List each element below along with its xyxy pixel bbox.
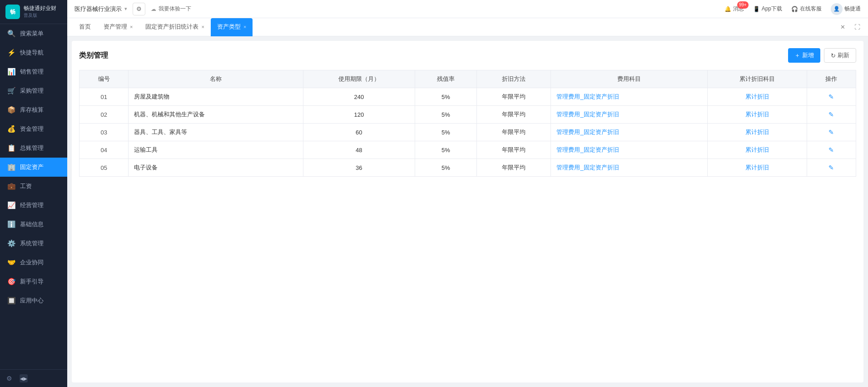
menu-icon: 📈	[7, 201, 15, 209]
sidebar-item-label: 资金管理	[20, 125, 44, 133]
sidebar-item-label: 新手引导	[20, 278, 44, 286]
cell-action: ✎	[807, 141, 856, 159]
subject-link[interactable]: 管理费用_固定资产折旧	[556, 146, 619, 153]
edit-icon[interactable]: ✎	[828, 164, 834, 171]
menu-icon: 📋	[7, 144, 15, 152]
tab-depreciation-table[interactable]: 固定资产折旧统计表 ×	[139, 18, 210, 36]
table-row: 05 电子设备 36 5% 年限平均 管理费用_固定资产折旧 累计折旧 ✎	[79, 159, 856, 177]
refresh-button[interactable]: ↻ 刷新	[824, 48, 856, 63]
mobile-icon: 📱	[753, 6, 760, 12]
sidebar-menu: 🔍搜索菜单⚡快捷导航📊销售管理🛒采购管理📦库存核算💰资金管理📋总账管理🏢固定资产…	[0, 24, 67, 369]
sidebar-item-label: 经营管理	[20, 201, 44, 209]
cell-method: 年限平均	[476, 141, 551, 159]
cell-accum[interactable]: 累计折旧	[707, 124, 807, 141]
subject-link[interactable]: 管理费用_固定资产折旧	[556, 164, 619, 171]
sidebar-item-label: 应用中心	[20, 297, 44, 305]
cell-accum[interactable]: 累计折旧	[707, 88, 807, 106]
user-profile-button[interactable]: 👤 畅捷通	[831, 3, 861, 15]
cell-action: ✎	[807, 106, 856, 124]
menu-icon: 🏢	[7, 163, 15, 171]
tab-asset-type[interactable]: 资产类型 ×	[211, 18, 253, 36]
menu-icon: ⚙️	[7, 239, 15, 248]
cloud-icon: ☁	[151, 6, 156, 12]
trial-button[interactable]: ☁ 我要体验一下	[151, 5, 191, 13]
tab-close-asset-type[interactable]: ×	[243, 24, 246, 30]
menu-icon: 📦	[7, 106, 15, 114]
sidebar-item-固定资产[interactable]: 🏢固定资产	[0, 158, 67, 177]
sidebar-item-快捷导航[interactable]: ⚡快捷导航	[0, 43, 67, 62]
sidebar-item-资金管理[interactable]: 💰资金管理	[0, 119, 67, 139]
sidebar-item-基础信息[interactable]: ℹ️基础信息	[0, 215, 67, 234]
subject-link[interactable]: 管理费用_固定资产折旧	[556, 111, 619, 118]
edit-icon[interactable]: ✎	[828, 111, 834, 118]
cell-accum[interactable]: 累计折旧	[707, 141, 807, 159]
sidebar-item-应用中心[interactable]: 🔲应用中心	[0, 291, 67, 310]
menu-icon: 🤝	[7, 258, 15, 267]
topbar-actions: 🔔 消息 99+ 📱 App下载 🎧 在线客服 👤 畅捷通	[724, 3, 861, 15]
cell-period: 240	[303, 88, 415, 106]
settings-button[interactable]: ⚙	[133, 3, 145, 15]
sidebar-item-采购管理[interactable]: 🛒采购管理	[0, 81, 67, 100]
menu-icon: ℹ️	[7, 220, 15, 228]
edit-icon[interactable]: ✎	[828, 129, 834, 136]
col-code: 编号	[79, 70, 129, 88]
app-download-button[interactable]: 📱 App下载	[753, 5, 782, 13]
tab-asset-management[interactable]: 资产管理 ×	[97, 18, 139, 36]
sidebar-item-label: 总账管理	[20, 144, 44, 152]
tab-home[interactable]: 首页	[73, 18, 97, 36]
sidebar-scroll-btn[interactable]: ◀▶	[20, 374, 28, 382]
sidebar-item-销售管理[interactable]: 📊销售管理	[0, 62, 67, 81]
sidebar-item-label: 销售管理	[20, 68, 44, 76]
cell-residual: 5%	[415, 159, 476, 177]
cell-subject: 管理费用_固定资产折旧	[551, 159, 708, 177]
cell-method: 年限平均	[476, 106, 551, 124]
cell-code: 01	[79, 88, 129, 106]
category-table: 编号 名称 使用期限（月） 残值率 折旧方法 费用科目 累计折旧科目 操作 01…	[79, 70, 856, 177]
cell-period: 48	[303, 141, 415, 159]
subject-link[interactable]: 管理费用_固定资产折旧	[556, 129, 619, 135]
customer-service-button[interactable]: 🎧 在线客服	[791, 5, 822, 13]
cell-subject: 管理费用_固定资产折旧	[551, 124, 708, 141]
cell-code: 03	[79, 124, 129, 141]
company-selector[interactable]: 医疗器械行业演示 ▾	[74, 5, 127, 13]
edit-icon[interactable]: ✎	[828, 146, 834, 154]
sidebar-item-label: 固定资产	[20, 163, 44, 171]
close-window-btn[interactable]: ✕	[837, 22, 848, 33]
sidebar-item-label: 系统管理	[20, 239, 44, 248]
settings-icon[interactable]: ⚙	[6, 375, 12, 382]
sidebar-item-企业协同[interactable]: 🤝企业协同	[0, 253, 67, 272]
refresh-icon: ↻	[831, 52, 836, 59]
sidebar-footer: ⚙ ◀▶	[0, 369, 67, 387]
col-method: 折旧方法	[476, 70, 551, 88]
sidebar-item-搜索菜单[interactable]: 🔍搜索菜单	[0, 24, 67, 43]
sidebar-item-总账管理[interactable]: 📋总账管理	[0, 139, 67, 158]
window-controls: ✕ ⛶	[837, 22, 863, 33]
bell-icon: 🔔	[724, 6, 731, 12]
tab-close-asset-management[interactable]: ×	[130, 24, 133, 30]
col-residual: 残值率	[415, 70, 476, 88]
sidebar-item-经营管理[interactable]: 📈经营管理	[0, 196, 67, 215]
tab-close-depreciation[interactable]: ×	[201, 24, 204, 30]
sidebar-item-label: 快捷导航	[20, 49, 44, 57]
cell-accum[interactable]: 累计折旧	[707, 106, 807, 124]
new-button[interactable]: ＋ 新增	[788, 48, 820, 63]
edit-icon[interactable]: ✎	[828, 93, 834, 100]
main-area: 医疗器械行业演示 ▾ ⚙ ☁ 我要体验一下 🔔 消息 99+ 📱 App下载 🎧…	[67, 0, 868, 387]
table-header-row: 编号 名称 使用期限（月） 残值率 折旧方法 费用科目 累计折旧科目 操作	[79, 70, 856, 88]
app-logo-text: 畅捷通好业财 普及版	[24, 5, 56, 19]
col-action: 操作	[807, 70, 856, 88]
col-name: 名称	[129, 70, 303, 88]
sidebar-item-系统管理[interactable]: ⚙️系统管理	[0, 234, 67, 253]
subject-link[interactable]: 管理费用_固定资产折旧	[556, 93, 619, 100]
sidebar-item-新手引导[interactable]: 🎯新手引导	[0, 272, 67, 291]
sidebar-item-工资[interactable]: 💼工资	[0, 177, 67, 196]
cell-subject: 管理费用_固定资产折旧	[551, 141, 708, 159]
cell-code: 04	[79, 141, 129, 159]
cell-residual: 5%	[415, 88, 476, 106]
sidebar-item-库存核算[interactable]: 📦库存核算	[0, 100, 67, 119]
cell-accum[interactable]: 累计折旧	[707, 159, 807, 177]
maximize-window-btn[interactable]: ⛶	[852, 22, 863, 33]
menu-icon: 🔍	[7, 30, 15, 38]
message-button[interactable]: 🔔 消息 99+	[724, 5, 744, 13]
sidebar-item-label: 采购管理	[20, 87, 44, 95]
